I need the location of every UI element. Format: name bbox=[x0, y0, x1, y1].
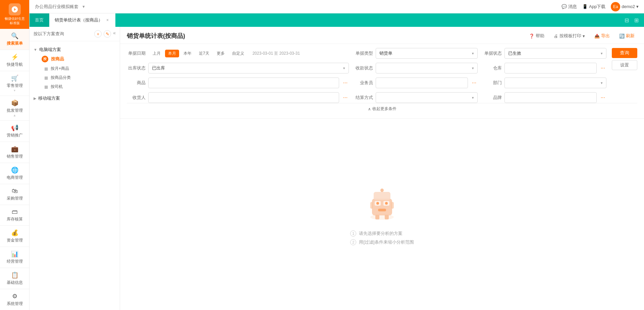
by-month-product-icon: ▦ bbox=[44, 66, 48, 71]
out-status-value: 已出库 bbox=[152, 65, 165, 71]
warehouse-input[interactable] bbox=[504, 63, 597, 73]
sidebar-item-retail[interactable]: 🛒 零售管理 ▾ bbox=[0, 71, 29, 96]
sidebar-item-basic[interactable]: 📋 基础信息 bbox=[0, 268, 29, 289]
edit-icon: ✎ bbox=[106, 32, 109, 37]
tab-close-btn[interactable]: × bbox=[105, 17, 110, 23]
date-quick-btns: 上月 本月 本年 近7天 更多 自定义 bbox=[150, 50, 247, 57]
sidebar: 畅捷信好生意 标准版 🔍 搜索菜单 ⚡ 快捷导航 🛒 零售管理 ▾ 📦 批发管理… bbox=[0, 0, 30, 310]
refresh-icon: 🔄 bbox=[619, 34, 625, 39]
date-this-month-btn[interactable]: 本月 bbox=[165, 50, 179, 57]
sidebar-item-ecommerce[interactable]: 🌐 电商管理 bbox=[0, 163, 29, 184]
scheme-item-by-month-product[interactable]: ▦ 按月+商品 bbox=[34, 64, 116, 73]
receiver-dots-btn[interactable]: ··· bbox=[342, 95, 349, 101]
system-icon: ⚙ bbox=[12, 293, 17, 300]
app-download-btn[interactable]: 📱 App下载 bbox=[582, 4, 605, 10]
filter-row-4: 收货人 ··· 结算方式 ▾ bbox=[127, 92, 606, 103]
settlement-select[interactable]: ▾ bbox=[376, 92, 478, 103]
message-btn[interactable]: 💬 消息 bbox=[561, 4, 577, 10]
out-status-select[interactable]: 已出库 ▾ bbox=[148, 63, 349, 73]
filter-out-status-field: 出库状态 已出库 ▾ bbox=[127, 63, 349, 73]
collapse-panel-btn[interactable]: « bbox=[113, 30, 116, 38]
tab-active[interactable]: 销货单统计表（按商品） × bbox=[49, 13, 115, 27]
sidebar-item-inventory[interactable]: 🗃 库存核算 bbox=[0, 205, 29, 226]
salesman-dots-btn[interactable]: ··· bbox=[471, 80, 478, 86]
svg-rect-1 bbox=[372, 199, 392, 215]
export-btn[interactable]: 📤 导出 bbox=[592, 32, 612, 40]
sidebar-item-quicknav[interactable]: ⚡ 快捷导航 bbox=[0, 50, 29, 71]
sidebar-item-search[interactable]: 🔍 搜索菜单 bbox=[0, 29, 29, 50]
date-last-month-btn[interactable]: 上月 bbox=[150, 50, 164, 57]
sidebar-item-wholesale[interactable]: 📦 批发管理 ▲ bbox=[0, 96, 29, 121]
industry-dropdown-icon[interactable]: ▾ bbox=[83, 4, 85, 9]
scheme-item-by-cashier[interactable]: ▦ 按司机 bbox=[34, 82, 116, 91]
payment-status-select[interactable]: ▾ bbox=[376, 63, 478, 73]
print-icon: 🖨 bbox=[554, 34, 558, 39]
brand-input[interactable] bbox=[504, 92, 597, 103]
help-btn[interactable]: ❓ 帮助 bbox=[526, 32, 547, 40]
tab-active-label: 销货单统计表（按商品） bbox=[55, 17, 103, 23]
scheme-group-mobile-header[interactable]: ▶ 移动端方案 bbox=[34, 94, 116, 103]
scheme-item-by-product[interactable]: 按 按商品 bbox=[34, 54, 116, 64]
tab-home[interactable]: 首页 bbox=[30, 13, 49, 27]
print-dropdown-icon: ▾ bbox=[583, 34, 585, 39]
scheme-group-mobile: ▶ 移动端方案 bbox=[30, 93, 120, 104]
filter-department-field: 部门 ▾ bbox=[483, 78, 606, 88]
sidebar-item-sales[interactable]: 💼 销售管理 bbox=[0, 142, 29, 163]
inventory-icon: 🗃 bbox=[12, 208, 18, 215]
svg-rect-13 bbox=[381, 189, 383, 192]
edit-scheme-btn[interactable]: ✎ bbox=[104, 30, 111, 38]
refresh-btn[interactable]: 🔄 刷新 bbox=[616, 32, 637, 40]
sidebar-item-marketing[interactable]: 📢 营销推广 bbox=[0, 121, 29, 142]
bill-status-select[interactable]: 已生效 ▾ bbox=[504, 48, 606, 59]
sidebar-item-operations[interactable]: 📊 经营管理 bbox=[0, 247, 29, 268]
print-btn[interactable]: 🖨 按模板打印 ▾ bbox=[551, 32, 588, 40]
by-cashier-label: 按司机 bbox=[51, 84, 63, 90]
bill-type-select[interactable]: 销货单 ▾ bbox=[376, 48, 478, 59]
sidebar-inventory-label: 库存核算 bbox=[7, 216, 23, 222]
topbar-left: 办公用品行业模拟账套 ▾ bbox=[35, 4, 85, 10]
sidebar-operations-label: 经营管理 bbox=[7, 259, 23, 264]
warehouse-dots-btn[interactable]: ··· bbox=[599, 65, 606, 71]
receiver-input[interactable] bbox=[148, 92, 339, 103]
date-last7-btn[interactable]: 近7天 bbox=[196, 50, 212, 57]
refresh-label: 刷新 bbox=[626, 33, 635, 39]
avatar-initials: Ea bbox=[613, 4, 618, 9]
filter-bill-status-field: 单据状态 已生效 ▾ bbox=[483, 48, 606, 59]
department-select[interactable]: ▾ bbox=[504, 78, 606, 88]
query-btn[interactable]: 查询 bbox=[612, 48, 637, 58]
svg-rect-11 bbox=[374, 192, 390, 200]
collapse-icon: « bbox=[113, 30, 116, 36]
salesman-input[interactable] bbox=[376, 78, 468, 88]
setting-btn[interactable]: 设置 bbox=[612, 60, 637, 70]
date-custom-btn[interactable]: 自定义 bbox=[229, 50, 247, 57]
bill-type-label: 单据类型 bbox=[354, 50, 373, 56]
tab-maximize-btn[interactable]: ⊞ bbox=[633, 16, 640, 25]
date-this-year-btn[interactable]: 本年 bbox=[180, 50, 195, 57]
collapse-label: 收起更多条件 bbox=[372, 106, 396, 112]
out-status-dropdown-icon: ▾ bbox=[343, 66, 345, 70]
retail-icon: 🛒 bbox=[11, 74, 18, 82]
brand-dots-btn[interactable]: ··· bbox=[599, 95, 606, 101]
operations-icon: 📊 bbox=[11, 250, 18, 258]
product-dots-btn[interactable]: ··· bbox=[342, 80, 349, 86]
filter-row-3: 商品 ··· 业务员 ··· 部门 bbox=[127, 78, 606, 88]
filter-bill-type-field: 单据类型 销货单 ▾ bbox=[354, 48, 478, 59]
date-more-btn[interactable]: 更多 bbox=[214, 50, 228, 57]
svg-rect-7 bbox=[375, 215, 379, 219]
product-input[interactable] bbox=[148, 78, 339, 88]
sidebar-search-label: 搜索菜单 bbox=[7, 41, 23, 46]
add-scheme-btn[interactable]: + bbox=[94, 30, 102, 38]
left-panel-title: 按以下方案查询 bbox=[34, 31, 64, 37]
scheme-item-by-category[interactable]: ▦ 按商品分类 bbox=[34, 73, 116, 82]
sidebar-item-purchase[interactable]: 🛍 采购管理 bbox=[0, 184, 29, 205]
message-icon: 💬 bbox=[561, 4, 567, 9]
sidebar-logo[interactable]: 畅捷信好生意 标准版 bbox=[0, 0, 30, 29]
bill-status-label: 单据状态 bbox=[483, 50, 502, 56]
user-menu[interactable]: Ea demo2 ▾ bbox=[611, 2, 639, 11]
settlement-dropdown-icon: ▾ bbox=[472, 96, 474, 100]
scheme-group-desktop-header[interactable]: ▼ 电脑端方案 bbox=[34, 45, 116, 54]
sidebar-item-finance[interactable]: 💰 资金管理 bbox=[0, 226, 29, 247]
sidebar-item-system[interactable]: ⚙ 系统管理 bbox=[0, 289, 29, 310]
tab-minimize-btn[interactable]: ⊟ bbox=[623, 16, 630, 25]
collapse-bar[interactable]: ∧ 收起更多条件 bbox=[127, 103, 637, 114]
